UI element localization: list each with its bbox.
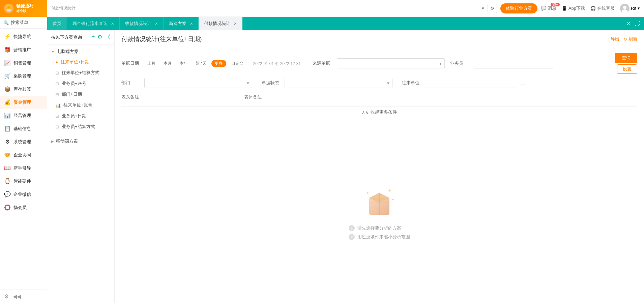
- source-doc-select[interactable]: ▾: [337, 58, 445, 68]
- inventory-icon: 📦: [4, 86, 11, 92]
- scheme-item-staff-settle[interactable]: ⊞ 业务员+结算方式: [47, 121, 114, 132]
- corp-collab-icon: 🤝: [4, 152, 11, 158]
- close-new-scheme-tab[interactable]: ✕: [190, 22, 193, 26]
- tab-cash-bank[interactable]: 现金银行流水查询 ✕: [67, 17, 120, 30]
- doc-status-select[interactable]: ▾: [285, 78, 392, 88]
- app-download-btn[interactable]: 📱 App下载: [562, 5, 585, 11]
- date-btn-this-year[interactable]: 本年: [177, 59, 191, 68]
- add-scheme-btn[interactable]: +: [92, 34, 95, 41]
- avatar: [620, 4, 630, 13]
- query-btn[interactable]: 查询: [615, 53, 637, 63]
- tab-new-scheme[interactable]: 新建方案 ✕: [164, 17, 199, 30]
- topbar-dropdown-btn[interactable]: ▾: [482, 6, 484, 11]
- refresh-btn[interactable]: ↻ 刷新: [623, 36, 637, 42]
- topbar-breadcrumb: 付款情况统计: [51, 5, 478, 11]
- user-menu[interactable]: Rit ▾: [620, 4, 640, 13]
- chart-icon: 📊: [55, 103, 61, 108]
- smart-hw-icon: ⌚: [4, 178, 11, 184]
- sidebar-logo: 🐣 畅捷通巧 标准版: [0, 0, 47, 17]
- close-receipt-stats-tab[interactable]: ✕: [155, 22, 158, 26]
- source-doc-arrow: ▾: [439, 61, 442, 66]
- svg-text:✦: ✦: [391, 197, 395, 202]
- sidebar-settings-btn[interactable]: ⚙: [4, 293, 9, 300]
- expand-tab-btn[interactable]: ⛶: [635, 21, 640, 27]
- left-panel-header: 按以下方案查询 + ⚙ 《: [47, 30, 114, 44]
- table-icon-5: ⊞: [55, 124, 59, 129]
- empty-state: ✦ ✦ ✦ 1 请先选择要分析的方案 2 用过滤条件来缩小分析范围: [115, 123, 644, 303]
- tabbar: 首页 现金银行流水查询 ✕ 收款情况统计 ✕ 新建方案 ✕ 付款情况统计 ✕ ✕…: [47, 17, 644, 30]
- sidebar-item-quick-nav[interactable]: ⚡ 快捷导航: [0, 30, 47, 43]
- dept-select[interactable]: ▾: [144, 78, 252, 88]
- collapse-filter-btn[interactable]: ∧∧ 收起更多条件: [121, 106, 637, 118]
- filter-row-3: 表头备注 表体备注: [121, 92, 637, 102]
- trial-btn[interactable]: 体验行业方案: [500, 3, 537, 13]
- empty-tip-2: 2 用过滤条件来缩小分析范围: [349, 234, 410, 240]
- notification-btn[interactable]: 💬 消息 99+: [541, 5, 556, 11]
- sidebar-item-basic-info[interactable]: 📋 基础信息: [0, 122, 47, 135]
- date-btn-custom[interactable]: 自定义: [228, 59, 246, 68]
- scheme-item-partner-settle[interactable]: ⊞ 往来单位+结算方式: [47, 67, 114, 78]
- sidebar: 🐣 畅捷通巧 标准版 🔍 搜索菜单 ⚡ 快捷导航 🎁 营销推广 📈 销售管理 🛒…: [0, 0, 47, 303]
- scheme-item-staff-date[interactable]: ⊞ 业务员+日期: [47, 111, 114, 121]
- sidebar-item-vip[interactable]: ⭕ 畅会员: [0, 201, 47, 214]
- sidebar-item-fund[interactable]: 💰 资金管理: [0, 96, 47, 109]
- sidebar-item-smart-hw[interactable]: ⌚ 智能硬件: [0, 175, 47, 188]
- sales-icon: 📈: [4, 60, 11, 66]
- export-icon: ↑: [607, 37, 610, 42]
- scheme-item-staff-account[interactable]: ⊞ 业务员+账号: [47, 78, 114, 89]
- sidebar-item-system[interactable]: ⚙ 系统管理: [0, 135, 47, 148]
- partner-input[interactable]: [425, 78, 517, 88]
- table-icon-1: ⊞: [55, 70, 59, 75]
- collapse-icon: ∧∧: [362, 110, 369, 115]
- fund-icon: 💰: [4, 99, 11, 105]
- close-all-tabs-btn[interactable]: ✕: [626, 21, 631, 27]
- scheme-item-partner-account[interactable]: 📊 往来单位+账号: [47, 100, 114, 111]
- system-icon: ⚙: [4, 139, 11, 145]
- close-cash-bank-tab[interactable]: ✕: [111, 22, 114, 26]
- sidebar-footer: ⚙ ◀◀: [0, 290, 47, 303]
- tab-receipt-stats[interactable]: 收款情况统计 ✕: [120, 17, 164, 30]
- online-service-btn[interactable]: 🎧 在线客服: [590, 5, 615, 11]
- partner-more-btn[interactable]: …: [520, 80, 526, 87]
- sidebar-item-sales[interactable]: 📈 销售管理: [0, 56, 47, 69]
- tabbar-actions: ✕ ⛶: [622, 17, 644, 30]
- staff-input[interactable]: [474, 58, 553, 68]
- sidebar-item-corp-collab[interactable]: 🤝 企业协同: [0, 148, 47, 161]
- user-dropdown-icon: ▾: [638, 6, 640, 11]
- tab-payment-stats[interactable]: 付款情况统计 ✕: [199, 17, 242, 30]
- partner-label: 往来单位: [402, 80, 421, 86]
- scheme-settings-btn[interactable]: ⚙: [97, 34, 102, 41]
- close-payment-stats-tab[interactable]: ✕: [234, 22, 237, 26]
- search-menu[interactable]: 🔍 搜索菜单: [0, 17, 47, 29]
- sidebar-item-marketing[interactable]: 🎁 营销推广: [0, 43, 47, 56]
- filter-row-1: 单据日期 上月 本月 本年 近7天 更多 自定义 2022-01-01 至 20…: [121, 53, 637, 74]
- date-btn-this-month[interactable]: 本月: [160, 59, 175, 68]
- sidebar-item-beginner[interactable]: 📖 新手引导: [0, 161, 47, 175]
- scheme-group-desktop-header[interactable]: ▼ 电脑端方案: [47, 47, 114, 57]
- page-header-top: 付款情况统计(往来单位+日期) ↑ 导出 ↻ 刷新: [121, 35, 637, 43]
- page-content: 按以下方案查询 + ⚙ 《 ▼ 电脑端方案 ● 往来单位+日期 ⊞: [47, 30, 644, 303]
- date-btn-more[interactable]: 更多: [211, 60, 226, 67]
- collapse-panel-btn[interactable]: 《: [105, 34, 110, 41]
- dept-arrow: ▾: [247, 81, 249, 86]
- sidebar-item-corp-wechat[interactable]: 💬 企业微信: [0, 188, 47, 201]
- header-note-input[interactable]: [144, 92, 232, 102]
- basic-info-icon: 📋: [4, 125, 11, 132]
- export-btn[interactable]: ↑ 导出: [607, 36, 620, 42]
- tab-home[interactable]: 首页: [47, 17, 67, 30]
- filter-area: 单据日期 上月 本月 本年 近7天 更多 自定义 2022-01-01 至 20…: [115, 48, 644, 123]
- sidebar-item-operation[interactable]: 📊 经营管理: [0, 109, 47, 122]
- scheme-item-partner-date[interactable]: ● 往来单位+日期: [47, 57, 114, 67]
- scheme-group-mobile-header[interactable]: ▶ 移动端方案: [47, 136, 114, 146]
- staff-more-btn[interactable]: …: [556, 60, 562, 67]
- body-note-input[interactable]: [267, 92, 355, 102]
- date-btn-last-month[interactable]: 上月: [144, 59, 158, 68]
- sidebar-item-purchase[interactable]: 🛒 采购管理: [0, 69, 47, 83]
- sidebar-collapse-btn[interactable]: ◀◀: [13, 293, 21, 300]
- svg-text:✦: ✦: [366, 190, 370, 195]
- topbar-settings-btn[interactable]: ⚙: [488, 4, 497, 13]
- settings-btn[interactable]: 设置: [617, 64, 637, 74]
- scheme-item-dept-date[interactable]: ⊞ 部门+日期: [47, 89, 114, 100]
- date-btn-7days[interactable]: 近7天: [193, 59, 209, 68]
- sidebar-item-inventory[interactable]: 📦 库存核算: [0, 83, 47, 96]
